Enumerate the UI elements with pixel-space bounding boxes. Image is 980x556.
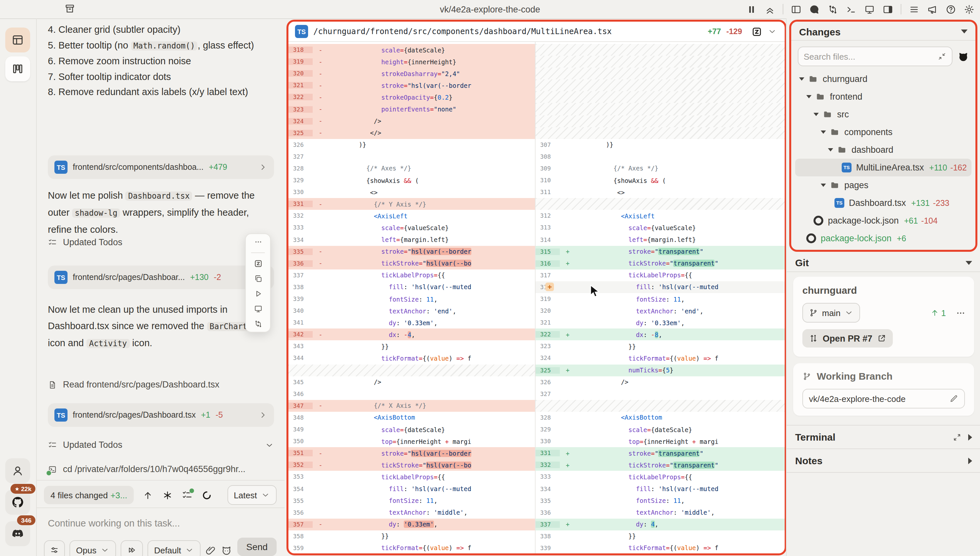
git-compare-icon[interactable] [827,3,838,15]
tree-folder-frontend[interactable]: frontend [795,88,972,105]
discord-icon [11,527,24,540]
text-run: icon and [48,338,87,348]
tree-file-package-lock.json[interactable]: package-lock.json +61-104 [795,212,972,230]
github-button[interactable]: 22k [5,490,30,515]
terminal-command-event[interactable]: cd /private/var/folders/10/h7w0q46556ggr… [48,464,274,474]
workspace-tab-active[interactable] [5,27,30,52]
play-toolbar-icon[interactable] [253,289,263,298]
line-number: 322 [289,94,313,101]
chevron-right-icon[interactable] [258,411,268,420]
cat-agent-button[interactable] [221,545,232,556]
files-changed-pill[interactable]: 4 files changed+3... [44,486,134,504]
text-run: Now let me clean up the unused imports i… [48,304,228,331]
chat-bubble-icon[interactable] [809,3,820,15]
panel-right-icon[interactable] [882,3,893,15]
collapse-diff-icon[interactable] [768,27,777,36]
monitor-toolbar-icon[interactable] [253,304,263,314]
message-input[interactable]: Continue working on this task... [48,518,274,529]
profile-selector[interactable]: Default [147,540,200,556]
tree-file-Dashboard.tsx[interactable]: TSDashboard.tsx +131-233 [795,194,972,212]
file-search-input[interactable]: Search files... [798,47,953,66]
expand-terminal-icon[interactable] [953,432,962,441]
file-chip[interactable]: TS frontend/src/pages/Dashboard.tsx +1 -… [48,403,274,427]
tree-folder-components[interactable]: components [795,123,972,141]
settings-icon[interactable] [964,3,975,15]
tree-folder-src[interactable]: src [795,105,972,123]
menu-icon[interactable] [909,3,920,15]
tree-folder-dashboard[interactable]: dashboard [795,141,972,159]
code-text: tickStroke="transparent" [583,260,785,267]
code-text: fill: 'hsl(var(--muted [336,485,535,492]
branch-selector[interactable]: main [802,303,860,323]
dots-toolbar-icon[interactable] [253,238,263,247]
chevron-right-icon[interactable] [258,163,268,172]
open-pr-button[interactable]: Open PR #7 [802,329,893,348]
split-diff-toggle[interactable] [751,26,762,37]
caret-down-icon[interactable] [814,113,819,116]
collapse-tree-icon[interactable] [937,52,946,61]
help-icon[interactable] [945,3,956,15]
todos-event-collapsible[interactable]: Updated Todos [48,440,274,450]
diff-body: 318- scale={dateScale}319- height={inner… [289,42,785,553]
todos-icon[interactable] [182,490,193,501]
scroll-up-icon[interactable] [142,490,153,501]
todos-event[interactable]: Updated Todos [48,238,274,247]
megaphone-icon[interactable] [927,3,938,15]
changes-header[interactable]: Changes [791,22,975,40]
caret-down-icon[interactable] [821,131,826,134]
caret-down-icon[interactable] [806,95,812,99]
archive-icon[interactable] [64,3,75,15]
tree-file-package-lock.json[interactable]: package-lock.json +6 [795,230,972,247]
account-button[interactable] [5,458,30,483]
version-selector[interactable]: Latest [227,485,277,505]
git-section-header[interactable]: Git [786,253,980,272]
terminal-section-header[interactable]: Terminal [786,427,980,446]
edit-branch-icon[interactable] [949,394,958,403]
file-chip[interactable]: TS frontend/src/pages/Dashboar... +130 -… [48,265,274,289]
spark-icon[interactable] [162,490,173,501]
code-text: dy: 4, [583,521,785,528]
diff-sign: - [313,105,328,113]
git-compare-toolbar-icon[interactable] [253,319,263,328]
line-number: 354 [289,485,313,492]
caret-down-icon[interactable] [799,78,804,81]
send-button[interactable]: Send [237,538,277,556]
kanban-view-button[interactable] [5,57,30,81]
settings-sliders-button[interactable] [44,540,65,556]
tree-folder-churnguard[interactable]: churnguard [795,70,972,88]
diff-panel: TS /churnguard/frontend/src/components/d… [286,20,786,555]
caret-down-icon[interactable] [821,184,826,187]
code-text: height={innerHeight} [336,58,535,65]
notes-section-header[interactable]: Notes [786,451,980,470]
attach-button[interactable] [205,545,216,556]
file-chip[interactable]: TS frontend/src/components/dashboa... +4… [48,155,274,179]
working-branch-input[interactable]: vk/4e2a-explore-the-code [802,389,965,409]
diff-context-line: 334 fill: 'hsl(var(--muted [536,483,785,495]
model-selector[interactable]: Opus [69,540,116,556]
cat-icon[interactable] [958,51,969,62]
repo-name: churnguard [802,284,857,296]
caret-down-icon[interactable] [828,148,833,152]
code-text: pointerEvents="none" [336,105,535,113]
discord-button[interactable]: 346 [5,521,30,546]
z-diff-toolbar-icon[interactable] [253,259,263,268]
git-more-menu[interactable] [955,307,966,318]
fast-forward-button[interactable] [121,540,143,556]
panel-left-icon[interactable] [791,3,802,15]
collapse-up-icon[interactable] [764,3,775,15]
tree-file-MultiLineArea.tsx[interactable]: TSMultiLineArea.tsx +110-162 [795,159,972,176]
line-number: 331 [536,450,560,456]
terminal-prompt-icon[interactable] [846,3,857,15]
read-file-event[interactable]: Read frontend/src/pages/Dashboard.tsx [48,380,274,390]
copy-toolbar-icon[interactable] [253,274,263,283]
separator [251,252,265,253]
code-text: <> [336,189,535,196]
collapse-changes-icon[interactable] [961,29,967,34]
monitor-icon[interactable] [864,3,875,15]
tree-folder-pages[interactable]: pages [795,176,972,194]
pause-icon[interactable] [746,3,757,15]
add-comment-button[interactable]: + [546,283,554,291]
commits-ahead[interactable]: 1 [930,308,946,318]
chevron-down-icon[interactable] [265,440,274,449]
diff-context-line: 319 fontSize: 11, [536,293,785,305]
